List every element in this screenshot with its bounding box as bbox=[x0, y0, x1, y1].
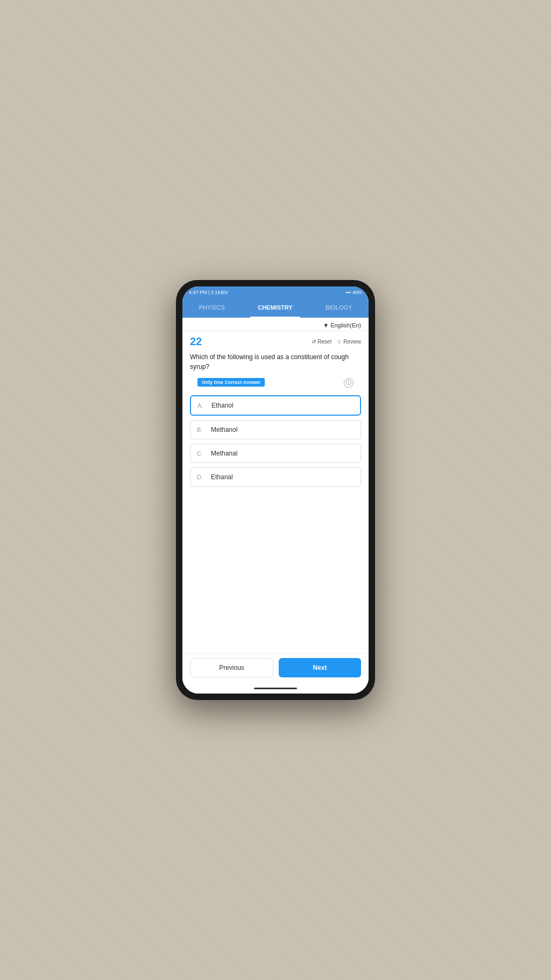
option-d[interactable]: D. Ethanal bbox=[190, 467, 361, 487]
next-button[interactable]: Next bbox=[279, 658, 361, 677]
option-b-label: B. bbox=[197, 426, 206, 433]
chevron-down-icon: ▼ bbox=[323, 322, 329, 328]
option-d-label: D. bbox=[197, 474, 206, 480]
status-battery: ▪▪▪ 40% bbox=[345, 290, 362, 295]
review-button[interactable]: ☆ Review bbox=[337, 339, 361, 345]
signal-icon: ▪▪▪ bbox=[345, 290, 351, 295]
content-area: ▼ English(En) 22 ↺ Reset ☆ Review bbox=[182, 318, 369, 694]
status-time: 4:47 PM | 3.1KB/s bbox=[189, 290, 228, 295]
option-a-text: Ethanol bbox=[211, 402, 234, 409]
phone-frame: 4:47 PM | 3.1KB/s ▪▪▪ 40% PHYSICS CHEMIS… bbox=[176, 280, 375, 700]
language-selector[interactable]: ▼ English(En) bbox=[182, 318, 369, 331]
status-bar: 4:47 PM | 3.1KB/s ▪▪▪ 40% bbox=[182, 286, 369, 298]
option-d-text: Ethanal bbox=[211, 473, 233, 481]
tab-chemistry[interactable]: CHEMISTRY bbox=[250, 298, 300, 318]
home-bar bbox=[254, 688, 297, 689]
language-button[interactable]: ▼ English(En) bbox=[323, 322, 361, 328]
reset-icon: ↺ bbox=[312, 339, 316, 345]
tab-physics[interactable]: PHYSICS bbox=[192, 298, 232, 318]
previous-button[interactable]: Previous bbox=[190, 658, 273, 677]
option-a-label: A. bbox=[197, 402, 206, 409]
option-c-label: C. bbox=[197, 450, 206, 457]
option-b[interactable]: B. Methanol bbox=[190, 420, 361, 439]
info-icon[interactable]: ⓘ bbox=[344, 378, 354, 388]
reset-button[interactable]: ↺ Reset bbox=[312, 339, 331, 345]
star-icon: ☆ bbox=[337, 339, 342, 345]
language-label: English(En) bbox=[330, 322, 361, 328]
bottom-nav: Previous Next bbox=[182, 653, 369, 685]
home-indicator bbox=[182, 685, 369, 694]
question-actions: ↺ Reset ☆ Review bbox=[312, 339, 361, 345]
badge-row: Only One Correct Answer ⓘ bbox=[182, 376, 369, 391]
question-text: Which of the following is used as a cons… bbox=[182, 350, 369, 376]
option-b-text: Methanol bbox=[211, 426, 237, 433]
tab-biology[interactable]: BIOLOGY bbox=[318, 298, 360, 318]
options-container: A. Ethanol B. Methanol C. Methanal D. Et… bbox=[182, 391, 369, 653]
option-c-text: Methanal bbox=[211, 450, 237, 457]
option-a[interactable]: A. Ethanol bbox=[190, 395, 361, 416]
phone-screen: 4:47 PM | 3.1KB/s ▪▪▪ 40% PHYSICS CHEMIS… bbox=[182, 286, 369, 694]
question-header: 22 ↺ Reset ☆ Review bbox=[182, 331, 369, 350]
tab-bar: PHYSICS CHEMISTRY BIOLOGY bbox=[182, 298, 369, 318]
question-number: 22 bbox=[190, 335, 202, 348]
option-c[interactable]: C. Methanal bbox=[190, 444, 361, 463]
answer-type-badge: Only One Correct Answer bbox=[197, 378, 265, 387]
